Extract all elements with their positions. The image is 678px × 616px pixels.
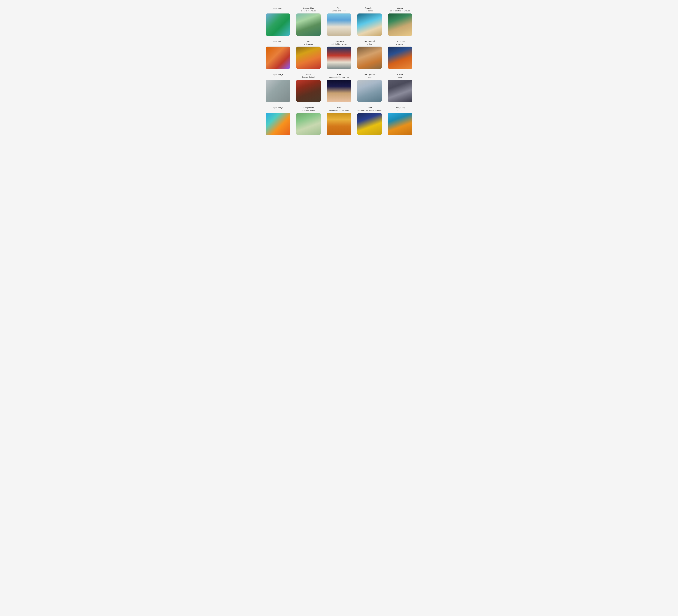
cell-r2c3: Compositiona firefighter woman	[324, 39, 354, 72]
cell-label-r3c2: Face	[306, 73, 310, 76]
image-box-r1c1[interactable]	[266, 13, 290, 36]
image-r1c3	[327, 13, 351, 36]
cell-sublabel-r1c4: a beach	[366, 10, 373, 12]
image-r2c3	[327, 47, 351, 69]
image-r2c5	[388, 47, 412, 69]
cell-r1c3: Stylea photo of a house	[324, 5, 354, 39]
cell-sublabel-r3c4: a cat	[368, 76, 372, 79]
cell-label-r3c5: Colour	[397, 73, 403, 76]
cell-label-r1c3: Style	[337, 7, 341, 9]
cell-r3c2: Facefireman, firetruck	[293, 72, 324, 105]
cell-r4c1: Input Image	[263, 105, 293, 138]
image-box-r2c3[interactable]	[327, 46, 351, 69]
cell-label-r4c4: Colour	[367, 107, 372, 109]
image-r2c1	[266, 47, 290, 69]
cell-sublabel-r2c2: a cityscape	[304, 43, 313, 45]
image-r2c4	[357, 47, 382, 69]
cell-label-r1c5: Colour	[397, 7, 403, 9]
cell-r3c1: Input Image	[263, 72, 293, 105]
image-box-r1c4[interactable]	[357, 13, 382, 36]
cell-label-r4c2: Composition	[303, 107, 314, 109]
cell-label-r2c4: Background	[365, 40, 375, 42]
cell-label-r1c4: Everything	[365, 7, 374, 9]
image-box-r4c1[interactable]	[266, 113, 290, 135]
cell-label-r3c3: Pose	[337, 73, 341, 76]
main-grid: Input ImageCompositiona photo of a house…	[263, 5, 415, 138]
image-box-r2c4[interactable]	[357, 46, 382, 69]
image-box-r1c2[interactable]	[296, 13, 321, 36]
image-r3c4	[357, 80, 382, 102]
image-r4c3	[327, 113, 351, 135]
cell-r4c4: Colourmale politician making a speech	[354, 105, 385, 138]
image-r2c2	[296, 47, 321, 69]
cell-label-r4c1: Input Image	[273, 107, 283, 109]
cell-label-r4c3: Style	[337, 107, 341, 109]
image-r1c2	[296, 13, 321, 36]
image-r3c3	[327, 80, 351, 102]
image-box-r3c5[interactable]	[388, 80, 412, 102]
image-r1c4	[357, 13, 382, 36]
cell-r3c5: Coloura dog	[385, 72, 415, 105]
image-box-r4c2[interactable]	[296, 113, 321, 135]
image-box-r2c2[interactable]	[296, 46, 321, 69]
image-r1c1	[266, 13, 290, 36]
image-box-r3c1[interactable]	[266, 80, 290, 102]
cell-r4c2: Compositiona cow on a farm	[293, 105, 324, 138]
image-r4c4	[357, 113, 382, 135]
cell-r1c5: Colouran oil painting of a house	[385, 5, 415, 39]
cell-r1c1: Input Image	[263, 5, 293, 39]
image-box-r4c3[interactable]	[327, 113, 351, 135]
image-box-r4c4[interactable]	[357, 113, 382, 135]
cell-label-r1c1: Input Image	[273, 7, 283, 9]
cell-sublabel-r3c2: fireman, firetruck	[302, 76, 315, 79]
image-r3c5	[388, 80, 412, 102]
cell-sublabel-r2c4: a dog	[367, 43, 372, 45]
cell-label-r2c1: Input Image	[273, 40, 283, 42]
image-r4c2	[296, 113, 321, 135]
cell-sublabel-r1c3: a photo of a house	[332, 10, 346, 12]
image-r1c5	[388, 13, 412, 36]
cell-sublabel-r4c2: a cow on a farm	[302, 109, 315, 112]
image-box-r3c2[interactable]	[296, 80, 321, 102]
cell-r3c4: Backgrounda cat	[354, 72, 385, 105]
cell-label-r2c5: Everything	[396, 40, 405, 42]
cell-r2c5: Everythinga phoenix	[385, 39, 415, 72]
image-r4c5	[388, 113, 412, 135]
cell-label-r1c2: Composition	[303, 7, 314, 9]
image-box-r1c5[interactable]	[388, 13, 412, 36]
image-box-r4c5[interactable]	[388, 113, 412, 135]
cell-r4c3: Stylewoman at a fashion show	[324, 105, 354, 138]
cell-sublabel-r1c2: a photo of a house	[301, 10, 316, 12]
image-box-r2c1[interactable]	[266, 46, 290, 69]
image-r3c2	[296, 80, 321, 102]
cell-label-r2c2: Style	[306, 40, 310, 42]
image-r4c1	[266, 113, 290, 135]
cell-sublabel-r2c5: a phoenix	[396, 43, 404, 45]
cell-sublabel-r4c3: woman at a fashion show	[329, 109, 349, 112]
cell-sublabel-r3c3: woman, at night, starry sky	[329, 76, 350, 79]
cell-r3c3: Posewoman, at night, starry sky	[324, 72, 354, 105]
cell-sublabel-r1c5: an oil painting of a house	[390, 10, 410, 12]
cell-label-r3c4: Background	[365, 73, 375, 76]
cell-label-r4c5: Everything	[396, 107, 405, 109]
cell-r2c2: Stylea cityscape	[293, 39, 324, 72]
image-box-r3c4[interactable]	[357, 80, 382, 102]
image-r3c1	[266, 80, 290, 102]
cell-sublabel-r4c4: male politician making a speech	[357, 109, 382, 112]
cell-r2c4: Backgrounda dog	[354, 39, 385, 72]
cell-r4c5: Everythingtiger art	[385, 105, 415, 138]
cell-label-r3c1: Input Image	[273, 73, 283, 76]
cell-sublabel-r3c5: a dog	[398, 76, 403, 79]
image-box-r3c3[interactable]	[327, 80, 351, 102]
cell-sublabel-r4c5: tiger art	[397, 109, 403, 112]
cell-r1c2: Compositiona photo of a house	[293, 5, 324, 39]
cell-sublabel-r2c3: a firefighter woman	[332, 43, 347, 45]
cell-r1c4: Everythinga beach	[354, 5, 385, 39]
image-box-r2c5[interactable]	[388, 46, 412, 69]
cell-r2c1: Input Image	[263, 39, 293, 72]
image-box-r1c3[interactable]	[327, 13, 351, 36]
cell-label-r2c3: Composition	[334, 40, 344, 42]
